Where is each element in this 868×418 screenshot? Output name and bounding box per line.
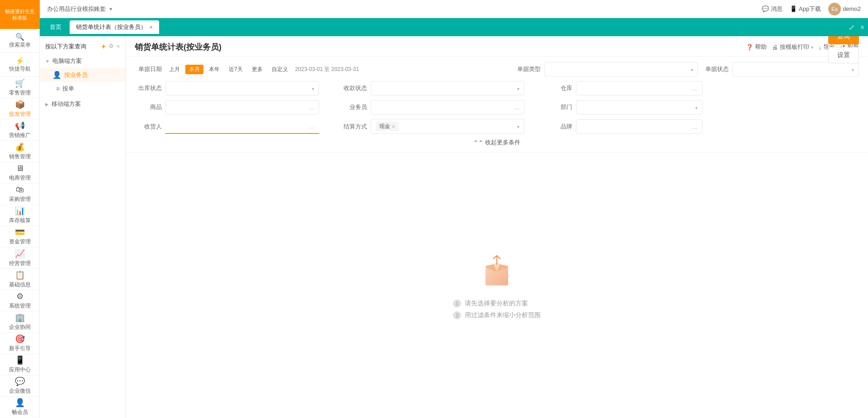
order-scheme-item[interactable]: ≡ 按单 (40, 82, 125, 95)
sidebar-quick-nav[interactable]: ⚡ 快捷导航 (0, 53, 39, 77)
sidebar-item-system[interactable]: ⚙ 系统管理 (0, 290, 39, 311)
export-icon: ↓ (819, 44, 822, 51)
receiver-dots: ... (309, 123, 315, 130)
sidebar-item-member[interactable]: 👤 畅会员 (0, 397, 39, 418)
help-button[interactable]: ❓ 帮助 (746, 43, 767, 51)
settle-tag-close[interactable]: × (392, 124, 395, 130)
salesperson-scheme-icon: 👤 (52, 71, 61, 79)
sidebar-item-apps[interactable]: 📱 应用中心 (0, 354, 39, 375)
sales-icon: 💰 (15, 142, 25, 152)
app-icon: 📱 (790, 5, 797, 12)
sidebar-item-marketing[interactable]: 📢 营销推广 (0, 119, 39, 141)
goods-label: 商品 (135, 103, 162, 111)
print-button[interactable]: 🖨 按模板打印 ▾ (772, 43, 813, 51)
sidebar-item-retail[interactable]: 🛒 零售管理 (0, 77, 39, 98)
sidebar: 畅捷通好生意 标准版 🔍 搜索菜单 ⚡ 快捷导航 🛒 零售管理 📦 批发管理 📢… (0, 0, 40, 418)
corp-icon: 🏢 (15, 313, 25, 323)
date-buttons: 上月 本月 本年 近7天 更多 自定义 2023-03-01 至 2023-03… (165, 65, 359, 74)
account-name: 办公用品行业模拟账套 (47, 5, 106, 13)
account-dropdown-icon[interactable]: ▾ (109, 6, 112, 12)
date-label: 单据日期 (135, 65, 162, 73)
sidebar-item-wechat[interactable]: 💬 企业微信 (0, 375, 39, 397)
out-status-select[interactable] (165, 81, 319, 95)
date-btn-custom[interactable]: 自定义 (268, 65, 292, 74)
empty-icon (476, 252, 517, 292)
settle-select[interactable]: 现金 × (371, 119, 524, 134)
logo: 畅捷通好生意 标准版 (0, 0, 40, 29)
doc-type-select[interactable] (544, 62, 698, 76)
collapse-panel-button[interactable]: « (117, 43, 120, 51)
collapse-button[interactable]: ⌃⌃ 收起更多条件 (473, 138, 520, 147)
sidebar-item-newcomer[interactable]: 🎯 新手引导 (0, 333, 39, 354)
left-panel-header: 按以下方案查询 + ⚙ « (40, 40, 125, 53)
retail-icon: 🛒 (15, 78, 25, 88)
marketing-icon: 📢 (15, 121, 25, 131)
pc-scheme-group[interactable]: ▼ 电脑端方案 (40, 54, 125, 68)
sidebar-item-sales[interactable]: 💰 销售管理 (0, 141, 39, 162)
filter-row-2: 出库状态 收款状态 仓库 ... (135, 81, 859, 95)
collect-status-label: 收款状态 (340, 84, 367, 92)
settle-tag: 现金 × (376, 122, 399, 131)
out-status-label: 出库状态 (135, 84, 162, 92)
sidebar-search[interactable]: 🔍 搜索菜单 (0, 29, 39, 53)
wholesale-icon: 📦 (15, 100, 25, 109)
salesperson-select[interactable]: ... (371, 100, 524, 114)
filter-row-1: 单据日期 上月 本月 本年 近7天 更多 自定义 2023-03-01 至 20… (135, 62, 859, 76)
sidebar-item-operation[interactable]: 📈 经营管理 (0, 247, 39, 269)
collect-status-select[interactable] (371, 81, 524, 95)
expand-icon: ▼ (45, 59, 50, 64)
sidebar-nav: 🛒 零售管理 📦 批发管理 📢 营销推广 💰 销售管理 🖥 电商管理 🛍 采购管… (0, 77, 39, 418)
sidebar-item-inventory[interactable]: 📊 库存核算 (0, 205, 39, 226)
sidebar-item-basic[interactable]: 📋 基础信息 (0, 269, 39, 290)
date-btn-last-month[interactable]: 上月 (165, 65, 184, 74)
sidebar-item-wholesale[interactable]: 📦 批发管理 (0, 98, 39, 119)
filter-row-3: 商品 ... 业务员 ... 部门 (135, 100, 859, 114)
sidebar-item-purchase[interactable]: 🛍 采购管理 (0, 184, 39, 205)
warehouse-select[interactable]: ... (576, 81, 703, 95)
sidebar-item-corp[interactable]: 🏢 企业协同 (0, 311, 39, 332)
date-btn-this-month[interactable]: 本月 (185, 65, 203, 74)
sidebar-item-finance[interactable]: 💳 资金管理 (0, 226, 39, 247)
pc-scheme-section: ▼ 电脑端方案 👤 按业务员 ≡ 按单 (40, 53, 125, 96)
page-title: 销货单统计表(按业务员) (135, 42, 222, 52)
print-dropdown-icon[interactable]: ▾ (811, 45, 813, 50)
operation-icon: 📈 (15, 249, 25, 259)
tabbar: 首页 销货单统计表（按业务员） × ⤢ × (40, 18, 868, 36)
user-menu[interactable]: Ea demo2 (828, 3, 861, 15)
warehouse-dots: ... (692, 85, 698, 92)
logo-subtext: 标准版 (12, 14, 27, 21)
doc-type-dropdown-icon (691, 66, 693, 73)
message-button[interactable]: 💬 消息 (762, 5, 783, 13)
salesperson-dots: ... (514, 104, 519, 111)
goods-select[interactable]: ... (165, 100, 319, 114)
topbar-right: 💬 消息 📱 App下载 Ea demo2 (762, 3, 861, 15)
tab-close-button[interactable]: × (149, 24, 153, 31)
doc-type-label: 单据类型 (514, 65, 541, 73)
date-btn-more[interactable]: 更多 (248, 65, 266, 74)
page-header: 销货单统计表(按业务员) ❓ 帮助 🖨 按模板打印 ▾ ↓ 导出 (126, 36, 868, 57)
dept-select[interactable] (576, 100, 703, 114)
date-btn-this-year[interactable]: 本年 (205, 65, 223, 74)
mobile-scheme-group[interactable]: ▶ 移动端方案 (40, 97, 125, 111)
query-button[interactable]: 查询 (828, 36, 859, 44)
receiver-input[interactable]: ... (165, 119, 319, 134)
empty-tip-1: 1 请先选择要分析的方案 (453, 299, 541, 308)
date-btn-7days[interactable]: 近7天 (225, 65, 246, 74)
setting-button[interactable]: 设置 (828, 47, 859, 63)
doc-status-select[interactable] (732, 62, 859, 76)
tab-home[interactable]: 首页 (43, 20, 68, 34)
settings-scheme-button[interactable]: ⚙ (108, 43, 114, 51)
app-download-button[interactable]: 📱 App下载 (790, 5, 821, 13)
brand-select[interactable]: ... (576, 119, 703, 134)
mobile-expand-icon: ▶ (45, 102, 49, 107)
tab-salesperson-stats[interactable]: 销货单统计表（按业务员） × (70, 20, 159, 34)
main-content: 1 请先选择要分析的方案 2 用过滤条件来缩小分析范围 (126, 152, 868, 418)
inventory-icon: 📊 (15, 206, 25, 216)
order-scheme-icon: ≡ (56, 85, 60, 92)
sidebar-item-ecommerce[interactable]: 🖥 电商管理 (0, 162, 39, 184)
tab-expand-button[interactable]: ⤢ × (845, 23, 864, 32)
empty-illustration: 1 请先选择要分析的方案 2 用过滤条件来缩小分析范围 (453, 252, 541, 319)
logo-text: 畅捷通好生意 (5, 8, 35, 14)
salesperson-scheme-item[interactable]: 👤 按业务员 (40, 68, 125, 82)
add-scheme-button[interactable]: + (101, 43, 105, 51)
